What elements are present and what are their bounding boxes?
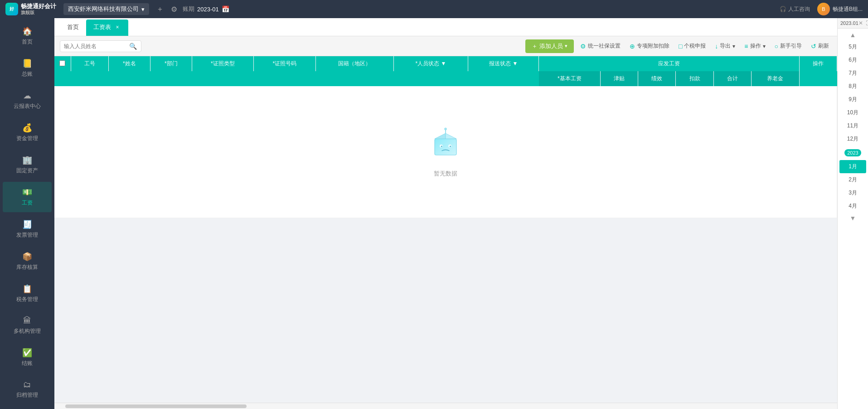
refresh-action[interactable]: ↺ 刷新 — [808, 40, 832, 52]
refresh-label: 刷新 — [818, 42, 829, 50]
user-avatar: B — [817, 3, 830, 15]
funds-icon: 💰 — [22, 123, 32, 133]
social-security-action[interactable]: ⚙ 统一社保设置 — [577, 40, 623, 52]
social-security-icon: ⚙ — [580, 43, 586, 50]
table-header-row2: *基本工资 津贴 绩效 扣款 合计 养老金 — [54, 71, 837, 86]
submit-status-filter-icon[interactable]: ▼ — [513, 60, 518, 67]
toolbar: 🔍 ＋ 添加人员 ▾ ⚙ 统一社保设置 ⊕ 专项附加扣除 □ — [54, 36, 837, 56]
th-allowance: 津贴 — [600, 71, 638, 86]
month-item-4[interactable]: 4月 — [838, 200, 868, 213]
special-deduction-action[interactable]: ⊕ 专项附加扣除 — [627, 40, 672, 52]
th-total: 合计 — [713, 71, 751, 86]
home-icon: 🏠 — [22, 26, 32, 36]
add-person-button[interactable]: ＋ 添加人员 ▾ — [525, 39, 574, 53]
date-nav-down[interactable]: ▼ — [849, 214, 858, 223]
month-item-9[interactable]: 9月 — [838, 93, 868, 106]
tab-close-icon[interactable]: × — [114, 24, 121, 31]
export-icon: ↓ — [715, 43, 718, 50]
main-layout: 🏠 首页 📒 总账 ☁ 云报表中心 💰 资金管理 🏢 固定资产 💵 工资 🧾 发… — [0, 18, 868, 409]
th-deduction: 扣款 — [676, 71, 713, 86]
month-item-11[interactable]: 11月 — [838, 119, 868, 132]
sidebar-item-salary[interactable]: 💵 工资 — [3, 182, 52, 212]
month-item-2[interactable]: 2月 — [838, 173, 868, 186]
close-panel-icon[interactable]: ✕ — [858, 20, 863, 26]
sidebar-label-settlement: 结账 — [22, 360, 33, 367]
empty-text: 暂无数据 — [434, 170, 457, 178]
sidebar-item-settlement[interactable]: ✅ 结账 — [3, 342, 52, 373]
add-company-button[interactable]: ＋ — [155, 3, 165, 16]
newbie-guide-action[interactable]: ○ 新手引导 — [772, 40, 805, 52]
archive-icon: 🗂 — [23, 380, 31, 390]
tab-home[interactable]: 首页 — [60, 19, 86, 36]
month-item-12[interactable]: 12月 — [838, 132, 868, 146]
search-wrap: 🔍 — [60, 40, 141, 52]
sidebar-item-archive[interactable]: 🗂 归档管理 — [3, 375, 52, 404]
tax-icon: 📋 — [22, 284, 32, 294]
operate-action[interactable]: ≡ 操作 ▾ — [742, 40, 768, 52]
sidebar-label-inventory: 库存核算 — [16, 263, 38, 271]
month-item-3[interactable]: 3月 — [838, 186, 868, 200]
calendar-icon[interactable]: 📅 — [222, 5, 229, 13]
settlement-icon: ✅ — [22, 348, 32, 358]
scroll-thumb[interactable] — [65, 404, 247, 408]
operate-icon: ≡ — [744, 43, 748, 50]
service-button[interactable]: 🎧 人工咨询 — [780, 5, 810, 13]
settings-icon-button[interactable]: ⚙ — [169, 3, 179, 15]
th-checkbox[interactable] — [54, 56, 71, 71]
period-label: 账期 — [183, 5, 194, 13]
sidebar-item-expense[interactable]: 📱 小畅报销 — [3, 406, 52, 409]
month-item-8[interactable]: 8月 — [838, 80, 868, 93]
th-empty-span — [54, 71, 539, 86]
tax-report-action[interactable]: □ 个税申报 — [676, 40, 708, 52]
table-body: 暂无数据 — [54, 86, 837, 218]
add-person-chevron: ▾ — [565, 43, 567, 49]
month-item-1-active[interactable]: 1月 — [839, 160, 866, 173]
sidebar-item-multiorg[interactable]: 🏛 多机构管理 — [3, 311, 52, 341]
add-icon: ＋ — [532, 42, 538, 50]
company-name: 西安虾米网络科技有限公司 — [68, 5, 139, 13]
sidebar-label-reports: 云报表中心 — [14, 102, 41, 110]
app-logo: 好 畅捷通好会计 旗舰版 — [5, 3, 60, 15]
sidebar-label-assets: 固定资产 — [16, 167, 38, 175]
month-list: ▲ 5月 6月 7月 8月 9月 10月 11月 12月 2023 1月 2月 … — [838, 29, 868, 409]
operate-label: 操作 — [750, 42, 761, 50]
sidebar-item-tax[interactable]: 📋 税务管理 — [3, 278, 52, 309]
th-submit-status: 报送状态 ▼ — [468, 56, 539, 71]
th-department: *部门 — [150, 56, 192, 71]
person-status-filter-icon[interactable]: ▼ — [441, 60, 446, 67]
th-payroll-group: 应发工资 — [539, 56, 799, 71]
toolbar-right: ＋ 添加人员 ▾ ⚙ 统一社保设置 ⊕ 专项附加扣除 □ 个税申报 ↓ — [525, 39, 832, 53]
empty-state-row: 暂无数据 — [54, 86, 837, 218]
month-item-6[interactable]: 6月 — [838, 54, 868, 67]
svg-marker-1 — [435, 133, 446, 139]
company-selector[interactable]: 西安虾米网络科技有限公司 ▾ — [63, 3, 149, 15]
tab-salary[interactable]: 工资表 × — [86, 19, 128, 36]
month-item-5[interactable]: 5月 — [838, 40, 868, 54]
sidebar-item-assets[interactable]: 🏢 固定资产 — [3, 150, 52, 180]
th-ops-empty — [799, 71, 837, 86]
special-deduction-label: 专项附加扣除 — [637, 42, 669, 50]
refresh-icon: ↺ — [811, 43, 816, 50]
sidebar-item-ledger[interactable]: 📒 总账 — [3, 53, 52, 83]
sidebar-label-archive: 归档管理 — [16, 391, 38, 399]
sidebar-item-inventory[interactable]: 📦 库存核算 — [3, 246, 52, 277]
horizontal-scrollbar[interactable] — [54, 403, 837, 409]
date-nav-up[interactable]: ▲ — [849, 30, 858, 39]
sidebar-item-reports[interactable]: ☁ 云报表中心 — [3, 85, 52, 116]
sidebar-item-home[interactable]: 🏠 首页 — [3, 21, 52, 51]
top-bar: 好 畅捷通好会计 旗舰版 西安虾米网络科技有限公司 ▾ ＋ ⚙ 账期 2023-… — [0, 0, 868, 18]
th-employee-id: 工号 — [71, 56, 108, 71]
month-item-10[interactable]: 10月 — [838, 106, 868, 119]
period-info: 账期 2023-01 📅 — [183, 5, 229, 13]
month-item-7[interactable]: 7月 — [838, 67, 868, 80]
select-all-checkbox[interactable] — [59, 60, 65, 66]
export-action[interactable]: ↓ 导出 ▾ — [712, 40, 738, 52]
sidebar-item-funds[interactable]: 💰 资金管理 — [3, 117, 52, 148]
sidebar-label-invoices: 发票管理 — [16, 231, 38, 239]
user-info[interactable]: B 畅捷通B组... — [817, 3, 863, 15]
year-row: 2023 — [838, 146, 868, 160]
svg-point-5 — [441, 146, 442, 147]
search-input[interactable] — [64, 43, 127, 49]
expand-panel-icon[interactable]: ⛶ — [866, 20, 868, 26]
sidebar-item-invoices[interactable]: 🧾 发票管理 — [3, 214, 52, 244]
